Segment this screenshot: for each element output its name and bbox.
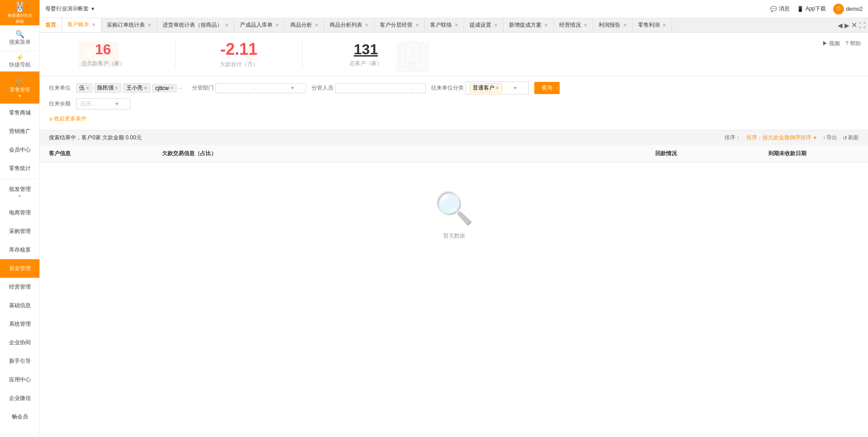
tab-close-inbound[interactable]: ✕	[225, 23, 229, 28]
tab-close-commission[interactable]: ✕	[494, 23, 498, 28]
query-button[interactable]: 查询	[534, 82, 560, 94]
stat-credit-customers-value: 16	[95, 41, 111, 58]
dept-filter: 分管部门 ··· ▼	[192, 83, 306, 93]
unit-filter-label: 往来单位	[49, 84, 71, 92]
unit-type-select[interactable]: 普通客户 ✕ ▼	[465, 81, 529, 95]
tab-close-add-commission[interactable]: ✕	[544, 23, 548, 28]
filter-row-1: 往来单位 伍 ✕ 陈民强 ✕ 王小亮 ✕ cjttcw	[49, 81, 859, 95]
unit-type-filter: 往来单位分类 普通客户 ✕ ▼	[431, 81, 529, 95]
tab-expand-icon[interactable]: ⛶	[859, 22, 865, 29]
tab-bar: 首页 客户账本 ✕ 采购订单统计表 ✕ 进货单统计表（按商品） ✕ 产成品入库单…	[40, 18, 868, 33]
sidebar-item-retail[interactable]: 🛒 零售管理 ▼	[0, 71, 39, 104]
tab-inbound-stats[interactable]: 进货单统计表（按商品） ✕	[157, 18, 235, 33]
dept-dropdown-icon: ▼	[290, 86, 295, 90]
tag-wu-remove[interactable]: ✕	[86, 86, 89, 90]
text-help-btn[interactable]: ? 帮助	[845, 40, 861, 48]
tab-close-analysis-list[interactable]: ✕	[365, 23, 369, 28]
sidebar-item-wholesale[interactable]: 批发管理 ▼	[0, 180, 39, 204]
sidebar-item-basic[interactable]: 基础信息	[0, 296, 39, 315]
sidebar-item-retail-mall[interactable]: 零售商城	[0, 104, 39, 122]
tab-account-book[interactable]: 客户账本 ✕	[62, 18, 101, 33]
tab-product-inbound[interactable]: 产成品入库单 ✕	[235, 18, 285, 33]
tag-chen-remove[interactable]: ✕	[115, 86, 118, 90]
unit-filter-tags: 伍 ✕ 陈民强 ✕ 王小亮 ✕ cjttcw ✕ ···	[76, 83, 183, 93]
export-btn[interactable]: ↑ 导出	[823, 134, 837, 142]
tab-close-operation[interactable]: ✕	[584, 23, 587, 28]
tab-customer-contact[interactable]: 客户联络 ✕	[425, 18, 464, 33]
dept-select[interactable]: ··· ▼	[216, 83, 306, 93]
unit-type-dropdown-icon: ▼	[513, 86, 518, 90]
col-repayment: 回款情况	[655, 150, 768, 157]
tag-normal-remove[interactable]: ✕	[495, 86, 499, 90]
sort-select[interactable]: 排序：按欠款金额倒序排序 ▼	[746, 134, 817, 142]
empty-text: 暂无数据	[443, 232, 465, 240]
sidebar-item-ecommerce[interactable]: 电商管理	[0, 204, 39, 222]
sidebar-item-retail-stat[interactable]: 零售统计	[0, 159, 39, 178]
env-selector[interactable]: 母婴行业演示帐套 ▼	[45, 5, 95, 13]
tab-home[interactable]: 首页	[40, 18, 62, 33]
collapse-button[interactable]: ∧ 收起更多条件	[49, 115, 859, 123]
sidebar-item-purchase[interactable]: 采购管理	[0, 222, 39, 241]
dept-label: 分管部门	[192, 84, 214, 92]
messages-btn[interactable]: 💬 消息	[770, 5, 790, 13]
sidebar-item-inventory[interactable]: 库存核算	[0, 241, 39, 259]
sidebar-item-search[interactable]: 🔍 搜索菜单	[0, 25, 39, 51]
sidebar-item-marketing[interactable]: 营销推广	[0, 122, 39, 141]
tag-cjttcw-remove[interactable]: ✕	[170, 86, 173, 90]
sort-label: 排序：	[724, 134, 741, 142]
col-credit-info: 欠款交易信息（占比）	[162, 150, 655, 157]
filter-more-tags[interactable]: ···	[178, 85, 183, 91]
tab-close-profit[interactable]: ✕	[623, 23, 627, 28]
tag-wang-remove[interactable]: ✕	[144, 86, 147, 90]
tab-product-analysis-list[interactable]: 商品分析列表 ✕	[324, 18, 374, 33]
tab-profit-report[interactable]: 利润报告 ✕	[593, 18, 633, 33]
person-select-ellipsis: ···	[410, 85, 414, 91]
tab-close-tier[interactable]: ✕	[415, 23, 419, 28]
sidebar-item-member[interactable]: 会员中心	[0, 141, 39, 159]
top-header: 母婴行业演示帐套 ▼ 💬 消息 📱 App下载 D demo2	[40, 0, 868, 18]
tab-close-product[interactable]: ✕	[275, 23, 279, 28]
tab-close-analysis[interactable]: ✕	[315, 23, 318, 28]
tab-close-retail[interactable]: ✕	[662, 23, 666, 28]
sidebar-item-wechat[interactable]: 企业微信	[0, 389, 39, 408]
unit-type-label: 往来单位分类	[431, 84, 464, 92]
tab-commission-setting[interactable]: 提成设置 ✕	[464, 18, 504, 33]
avatar-icon: D	[833, 4, 844, 14]
balance-select[interactable]: 选择... ▼	[76, 98, 130, 109]
tab-close-purchase[interactable]: ✕	[148, 23, 151, 28]
sidebar: 🐰 畅捷通好生意 标版 🔍 搜索菜单 ⚡ 快捷导航 🛒 零售管理 ▼ 零售商城 …	[0, 0, 40, 437]
refresh-btn[interactable]: ↺ 刷新	[843, 134, 859, 142]
tab-add-commission[interactable]: 新增提成方案 ✕	[504, 18, 554, 33]
tab-close-all-icon[interactable]: ✕	[851, 21, 857, 29]
tab-retail-profit[interactable]: 零售利润 ✕	[633, 18, 672, 33]
sidebar-item-quicknav[interactable]: ⚡ 快捷导航	[0, 51, 39, 71]
tab-operation[interactable]: 经营情况 ✕	[554, 18, 593, 33]
person-select[interactable]: ···	[335, 83, 426, 93]
stat-credit-customers: 16 总欠款客户（家）	[49, 41, 176, 67]
download-icon: 📱	[797, 6, 804, 12]
tab-close-contact[interactable]: ✕	[455, 23, 458, 28]
user-avatar[interactable]: D demo2	[833, 4, 863, 14]
sidebar-item-system[interactable]: 系统管理	[0, 315, 39, 333]
video-help-btn[interactable]: ▶ 视频	[822, 40, 840, 48]
tab-close-account-book[interactable]: ✕	[92, 22, 96, 27]
sidebar-item-finance[interactable]: 资金管理	[0, 259, 39, 278]
tab-product-analysis[interactable]: 商品分析 ✕	[285, 18, 324, 33]
header-right: 💬 消息 📱 App下载 D demo2	[770, 4, 863, 14]
sidebar-item-vip[interactable]: 畅会员	[0, 408, 39, 426]
sidebar-item-collab[interactable]: 企业协同	[0, 333, 39, 352]
tab-purchase-order[interactable]: 采购订单统计表 ✕	[101, 18, 157, 33]
tab-customer-tier[interactable]: 客户分层经营 ✕	[374, 18, 425, 33]
sidebar-item-operation[interactable]: 经营管理	[0, 278, 39, 296]
sidebar-item-guide[interactable]: 新手引导	[0, 352, 39, 370]
tab-prev-icon[interactable]: ◀	[838, 22, 843, 29]
tab-next-icon[interactable]: ▶	[844, 22, 849, 29]
search-result-info: 搜索结果中，客户0家 欠款金额 0.00元	[49, 134, 142, 142]
stat-credit-total-value: -2.11	[220, 40, 257, 59]
tag-chen: 陈民强 ✕	[94, 83, 121, 93]
sidebar-item-appcenter[interactable]: 应用中心	[0, 370, 39, 389]
app-download-btn[interactable]: 📱 App下载	[797, 5, 826, 13]
sidebar-logo: 🐰 畅捷通好生意 标版	[0, 0, 39, 25]
tag-wang: 王小亮 ✕	[123, 83, 150, 93]
message-icon: 💬	[770, 6, 777, 12]
